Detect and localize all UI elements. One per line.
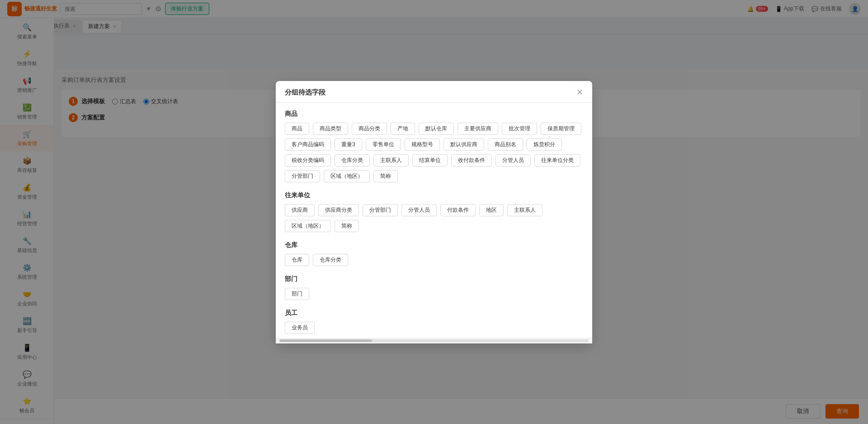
field-tag-0-22[interactable]: 分管部门	[285, 170, 320, 182]
field-grid-0: 商品商品类型商品分类产地默认仓库主要供应商批次管理保质期管理客户商品编码重量3零…	[285, 123, 583, 182]
field-grid-3: 部门	[285, 288, 583, 300]
field-tag-1-6[interactable]: 主联系人	[507, 204, 542, 216]
field-tag-0-2[interactable]: 商品分类	[352, 123, 387, 135]
field-section-仓库: 仓库仓库仓库分类	[285, 241, 583, 266]
field-tag-0-9[interactable]: 重量3	[335, 138, 362, 151]
field-tag-1-2[interactable]: 分管部门	[363, 204, 398, 216]
section-title-3: 部门	[285, 275, 583, 283]
field-tag-0-24[interactable]: 简称	[373, 170, 398, 182]
field-tag-2-1[interactable]: 仓库分类	[313, 254, 348, 266]
field-tag-1-4[interactable]: 付款条件	[440, 204, 476, 216]
field-tag-0-10[interactable]: 零售单位	[366, 138, 401, 151]
field-section-商品: 商品商品商品类型商品分类产地默认仓库主要供应商批次管理保质期管理客户商品编码重量…	[285, 110, 583, 182]
field-grid-4: 业务员	[285, 322, 583, 334]
field-tag-0-7[interactable]: 保质期管理	[541, 123, 581, 135]
modal-close-btn[interactable]: ✕	[576, 88, 583, 96]
field-tag-0-21[interactable]: 往来单位分类	[534, 154, 580, 167]
section-title-1: 往来单位	[285, 191, 583, 200]
field-grid-1: 供应商供应商分类分管部门分管人员付款条件地区主联系人区域（地区）简称	[285, 204, 583, 232]
field-grid-2: 仓库仓库分类	[285, 254, 583, 266]
field-tag-0-1[interactable]: 商品类型	[313, 123, 348, 135]
field-tag-0-12[interactable]: 默认供应商	[443, 138, 484, 151]
field-section-部门: 部门部门	[285, 275, 583, 300]
modal-title: 分组待选字段	[285, 88, 326, 97]
section-title-2: 仓库	[285, 241, 583, 249]
field-tag-0-3[interactable]: 产地	[391, 123, 415, 135]
field-tag-0-8[interactable]: 客户商品编码	[285, 138, 331, 151]
field-tag-0-20[interactable]: 分管人员	[495, 154, 531, 167]
section-title-4: 员工	[285, 309, 583, 317]
field-tag-0-11[interactable]: 规格型号	[405, 138, 440, 151]
field-tag-0-6[interactable]: 批次管理	[502, 123, 537, 135]
modal-overlay[interactable]: 分组待选字段 ✕ 商品商品商品类型商品分类产地默认仓库主要供应商批次管理保质期管…	[0, 0, 868, 424]
field-tag-3-0[interactable]: 部门	[285, 288, 309, 300]
modal-dialog: 分组待选字段 ✕ 商品商品商品类型商品分类产地默认仓库主要供应商批次管理保质期管…	[276, 81, 592, 343]
field-tag-0-5[interactable]: 主要供应商	[458, 123, 498, 135]
modal-header: 分组待选字段 ✕	[276, 81, 592, 103]
section-title-0: 商品	[285, 110, 583, 118]
field-tag-1-1[interactable]: 供应商分类	[318, 204, 359, 216]
field-tag-1-8[interactable]: 简称	[335, 220, 359, 232]
field-tag-0-0[interactable]: 商品	[285, 123, 309, 135]
field-tag-0-13[interactable]: 商品别名	[488, 138, 523, 151]
field-tag-2-0[interactable]: 仓库	[285, 254, 309, 266]
field-tag-4-0[interactable]: 业务员	[285, 322, 315, 334]
field-tag-1-3[interactable]: 分管人员	[401, 204, 437, 216]
modal-body: 商品商品商品类型商品分类产地默认仓库主要供应商批次管理保质期管理客户商品编码重量…	[276, 103, 592, 338]
field-tag-0-17[interactable]: 主联系人	[373, 154, 409, 167]
modal-horizontal-scrollbar[interactable]	[276, 338, 592, 343]
field-tag-0-19[interactable]: 收付款条件	[451, 154, 492, 167]
field-tag-1-5[interactable]: 地区	[479, 204, 504, 216]
field-tag-1-7[interactable]: 区域（地区）	[285, 220, 331, 232]
field-tag-0-16[interactable]: 仓库分类	[335, 154, 370, 167]
field-tag-0-4[interactable]: 默认仓库	[419, 123, 454, 135]
field-tag-0-18[interactable]: 结算单位	[412, 154, 448, 167]
field-tag-1-0[interactable]: 供应商	[285, 204, 315, 216]
field-tag-0-15[interactable]: 税收分类编码	[285, 154, 331, 167]
field-section-往来单位: 往来单位供应商供应商分类分管部门分管人员付款条件地区主联系人区域（地区）简称	[285, 191, 583, 232]
field-section-员工: 员工业务员	[285, 309, 583, 334]
field-tag-0-23[interactable]: 区域（地区）	[324, 170, 370, 182]
field-tag-0-14[interactable]: 炼货积分	[527, 138, 562, 151]
